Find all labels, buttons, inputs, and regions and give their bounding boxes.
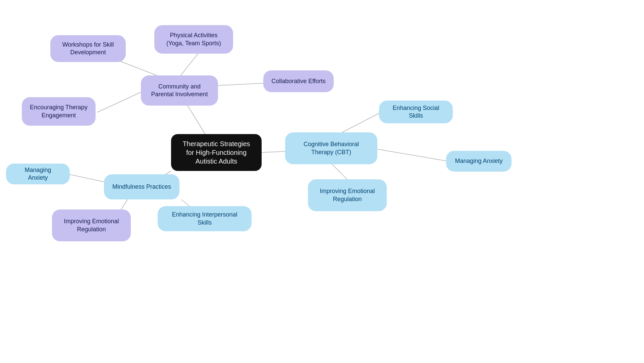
enhancing-interpersonal-skills-node[interactable]: Enhancing Interpersonal Skills — [158, 206, 252, 231]
workshops-node[interactable]: Workshops for Skill Development — [50, 35, 126, 62]
svg-line-5 — [218, 83, 265, 85]
physical-activities-node[interactable]: Physical Activities (Yoga, Team Sports) — [154, 25, 233, 54]
encouraging-therapy-node[interactable]: Encouraging Therapy Engagement — [22, 97, 96, 126]
community-node[interactable]: Community and Parental Involvement — [141, 75, 218, 106]
managing-anxiety-right-node[interactable]: Managing Anxiety — [446, 151, 512, 172]
svg-line-4 — [179, 54, 198, 77]
svg-line-7 — [339, 113, 379, 134]
collaborative-efforts-node[interactable]: Collaborative Efforts — [263, 70, 334, 92]
svg-line-6 — [97, 92, 141, 112]
cbt-node[interactable]: Cognitive Behavioral Therapy (CBT) — [285, 132, 377, 164]
enhancing-social-skills-node[interactable]: Enhancing Social Skills — [379, 101, 453, 123]
improving-emotional-right-node[interactable]: Improving Emotional Regulation — [308, 179, 387, 211]
managing-anxiety-left-node[interactable]: Managing Anxiety — [6, 164, 70, 184]
svg-line-9 — [332, 164, 349, 181]
improving-emotional-left-node[interactable]: Improving Emotional Regulation — [52, 209, 131, 241]
mindfulness-practices-node[interactable]: Mindfulness Practices — [104, 174, 179, 199]
svg-line-8 — [377, 149, 446, 161]
center-node[interactable]: Therapeutic Strategies for High-Function… — [171, 134, 262, 171]
